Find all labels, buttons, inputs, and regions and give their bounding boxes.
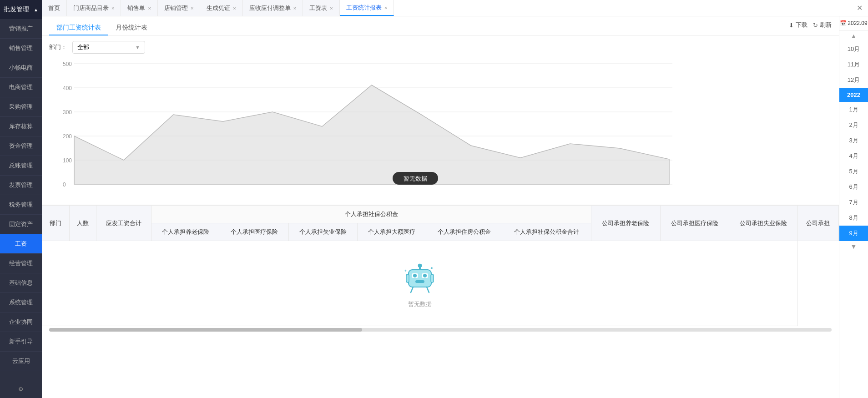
page-content: 部门工资统计表月份统计表 ⬇ 下载 ↻ 刷新 部门： 全部 ▼ xyxy=(42,16,839,398)
sub-tab-月份统计表[interactable]: 月份统计表 xyxy=(108,21,155,35)
main-area: 首页门店商品目录×销售单×店铺管理×生成凭证×应收应付调整单×工资表×工资统计报… xyxy=(42,0,868,398)
month-item-6月[interactable]: 6月 xyxy=(839,179,868,195)
sidebar-item-营销推广[interactable]: 营销推广 xyxy=(0,19,42,39)
month-item-2月[interactable]: 2月 xyxy=(839,117,868,133)
tab-bar-close-button[interactable]: ✕ xyxy=(851,4,868,12)
refresh-icon: ↻ xyxy=(813,22,818,29)
refresh-button[interactable]: ↻ 刷新 xyxy=(813,21,832,29)
sidebar-item-采购管理[interactable]: 采购管理 xyxy=(0,97,42,117)
sidebar-item-云应用[interactable]: 云应用 xyxy=(0,352,42,371)
sidebar-item-电商管理[interactable]: 电商管理 xyxy=(0,78,42,97)
svg-point-22 xyxy=(418,264,422,267)
month-item-9月[interactable]: 9月 xyxy=(839,226,868,241)
svg-text:100: 100 xyxy=(63,157,72,164)
calendar-icon: 📅 xyxy=(840,20,847,26)
tab-店铺管理[interactable]: 店铺管理× xyxy=(158,0,200,16)
sidebar-item-固定资产[interactable]: 固定资产 xyxy=(0,215,42,234)
tab-close-icon[interactable]: × xyxy=(233,5,236,11)
sidebar-header[interactable]: 批发管理 ▲ xyxy=(0,0,42,19)
tab-工资统计报表[interactable]: 工资统计报表× xyxy=(340,0,394,16)
chart-container: 500 400 300 200 100 0 xyxy=(42,59,839,205)
month-item-11月[interactable]: 11月 xyxy=(839,57,868,72)
month-item-5月[interactable]: 5月 xyxy=(839,164,868,179)
tab-close-icon[interactable]: × xyxy=(293,5,296,11)
tab-close-icon[interactable]: × xyxy=(111,5,114,11)
tab-应收应付调整单[interactable]: 应收应付调整单× xyxy=(243,0,303,16)
tab-close-icon[interactable]: × xyxy=(191,5,193,11)
sidebar-item-新手引导[interactable]: 新手引导 xyxy=(0,332,42,352)
download-button[interactable]: ⬇ 下载 xyxy=(789,21,807,29)
month-item-1月[interactable]: 1月 xyxy=(839,102,868,117)
sub-tab-actions: ⬇ 下载 ↻ 刷新 xyxy=(789,21,832,29)
col-count: 人数 xyxy=(69,206,96,241)
sidebar-item-工资[interactable]: 工资 xyxy=(0,234,42,254)
sidebar-item-销售管理[interactable]: 销售管理 xyxy=(0,39,42,58)
content-area: 部门工资统计表月份统计表 ⬇ 下载 ↻ 刷新 部门： 全部 ▼ xyxy=(42,16,868,398)
svg-text:0: 0 xyxy=(63,181,66,188)
refresh-label: 刷新 xyxy=(820,21,832,29)
month-next-button[interactable]: ▼ xyxy=(839,241,868,252)
svg-rect-15 xyxy=(409,270,431,287)
sidebar: 批发管理 ▲ 营销推广销售管理小畅电商电商管理采购管理库存核算资金管理总账管理发… xyxy=(0,0,42,398)
col-personal-total: 个人承担社保公积金合计 xyxy=(502,223,591,241)
col-personal-housing: 个人承担住房公积金 xyxy=(426,223,502,241)
month-item-10月[interactable]: 10月 xyxy=(839,41,868,57)
month-item-2022[interactable]: 2022 xyxy=(839,88,868,102)
dept-filter-value: 全部 xyxy=(77,43,89,51)
svg-point-18 xyxy=(413,274,417,277)
svg-rect-24 xyxy=(431,274,434,282)
month-prev-button[interactable]: ▲ xyxy=(839,30,868,41)
sidebar-item-系统管理[interactable]: 系统管理 xyxy=(0,293,42,312)
sidebar-item-小畅电商[interactable]: 小畅电商 xyxy=(0,58,42,78)
sidebar-title: 批发管理 xyxy=(4,5,29,14)
month-panel-title: 2022.09 xyxy=(848,20,867,26)
month-item-4月[interactable]: 4月 xyxy=(839,148,868,164)
sidebar-item-资金管理[interactable]: 资金管理 xyxy=(0,136,42,156)
filters: 部门： 全部 ▼ xyxy=(42,35,839,59)
dept-filter-label: 部门： xyxy=(49,43,67,51)
col-company-unemployment: 公司承担失业保险 xyxy=(729,206,797,241)
month-item-12月[interactable]: 12月 xyxy=(839,72,868,88)
dept-filter-select[interactable]: 全部 ▼ xyxy=(72,41,145,54)
sidebar-item-基础信息[interactable]: 基础信息 xyxy=(0,273,42,293)
tab-close-icon[interactable]: × xyxy=(384,5,387,10)
tab-bar: 首页门店商品目录×销售单×店铺管理×生成凭证×应收应付调整单×工资表×工资统计报… xyxy=(42,0,868,16)
month-item-7月[interactable]: 7月 xyxy=(839,195,868,210)
tab-销售单[interactable]: 销售单× xyxy=(121,0,157,16)
month-item-8月[interactable]: 8月 xyxy=(839,210,868,226)
horizontal-scrollbar[interactable] xyxy=(49,328,832,332)
col-company-other: 公司承担 xyxy=(797,206,838,241)
sidebar-item-总账管理[interactable]: 总账管理 xyxy=(0,156,42,176)
month-item-3月[interactable]: 3月 xyxy=(839,133,868,148)
sidebar-item-税务管理[interactable]: 税务管理 xyxy=(0,195,42,215)
scrollbar-thumb[interactable] xyxy=(49,328,362,332)
col-personal-pension: 个人承担养老保险 xyxy=(151,223,220,241)
tab-门店商品目录[interactable]: 门店商品目录× xyxy=(67,0,121,16)
sidebar-item-经营管理[interactable]: 经营管理 xyxy=(0,254,42,273)
tab-close-icon[interactable]: × xyxy=(148,5,151,11)
tab-工资表[interactable]: 工资表× xyxy=(303,0,339,16)
svg-text:✦: ✦ xyxy=(404,269,407,273)
svg-text:✦: ✦ xyxy=(430,266,434,271)
sub-tab-部门工资统计表[interactable]: 部门工资统计表 xyxy=(49,21,108,35)
empty-state: ✦ ✦ 暂无数据 xyxy=(48,245,792,322)
sub-tab-bar: 部门工资统计表月份统计表 ⬇ 下载 ↻ 刷新 xyxy=(42,16,839,35)
tab-首页[interactable]: 首页 xyxy=(42,0,67,16)
sidebar-item-库存核算[interactable]: 库存核算 xyxy=(0,117,42,136)
svg-line-25 xyxy=(411,287,413,292)
svg-text:暂无数据: 暂无数据 xyxy=(404,175,427,182)
table-container[interactable]: 部门 人数 应发工资合计 个人承担社保公积金 公司承担养老保险 公司承担医疗保险… xyxy=(42,205,839,398)
tab-生成凭证[interactable]: 生成凭证× xyxy=(200,0,242,16)
tab-close-icon[interactable]: × xyxy=(330,5,333,11)
svg-text:300: 300 xyxy=(63,109,72,116)
svg-text:200: 200 xyxy=(63,133,72,140)
chevron-down-icon: ▼ xyxy=(135,45,140,50)
data-table: 部门 人数 应发工资合计 个人承担社保公积金 公司承担养老保险 公司承担医疗保险… xyxy=(42,205,839,326)
svg-text:500: 500 xyxy=(63,61,72,67)
col-personal-unemployment: 个人承担失业保险 xyxy=(289,223,358,241)
col-group-personal: 个人承担社保公积金 xyxy=(151,206,591,223)
sidebar-settings[interactable]: ⚙ xyxy=(0,380,42,398)
sidebar-item-发票管理[interactable]: 发票管理 xyxy=(0,176,42,195)
svg-line-26 xyxy=(427,287,429,292)
sidebar-item-企业协同[interactable]: 企业协同 xyxy=(0,312,42,332)
